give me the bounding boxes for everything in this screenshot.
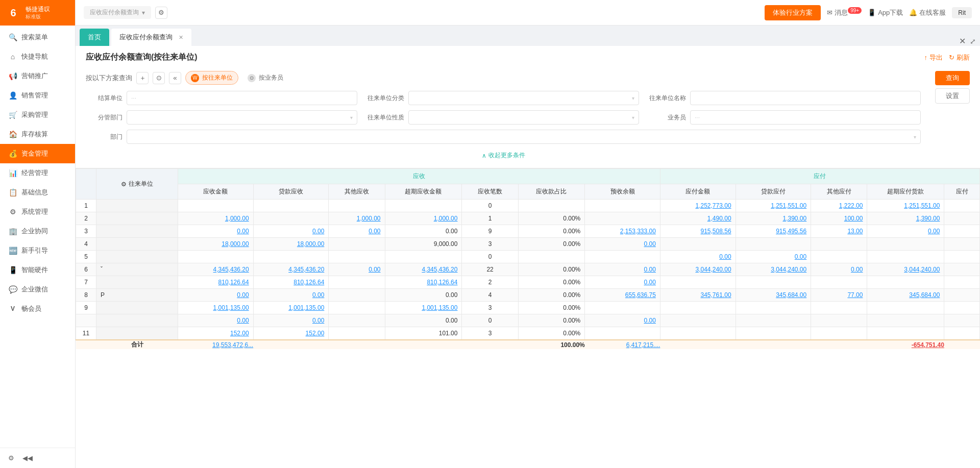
- sidebar-item-sales[interactable]: 👤 销售管理: [0, 86, 75, 105]
- row-9-ar-overdue[interactable]: 1,001,135.00: [385, 302, 462, 314]
- row-7-ar-other[interactable]: [329, 276, 385, 289]
- row-8-ap-loan[interactable]: 345,684.00: [736, 289, 811, 302]
- message-button[interactable]: ✉ 消息 99+: [827, 8, 862, 17]
- footer-ap-overdue[interactable]: -654,751.40: [867, 340, 944, 349]
- topbar-settings-icon[interactable]: ⚙: [155, 7, 167, 19]
- row-9-ar-amount[interactable]: 1,001,135.00: [178, 302, 254, 314]
- close-window-button[interactable]: ✕: [959, 36, 966, 46]
- row-5-ap-loan[interactable]: 0.00: [736, 251, 811, 263]
- row-3-ar-prepay[interactable]: 2,153,333.00: [585, 225, 660, 238]
- row-1-ap-amount[interactable]: 1,252,773.00: [660, 200, 736, 212]
- row-11-ar-loan[interactable]: 152.00: [253, 327, 329, 340]
- row-4-ap-amount[interactable]: [660, 238, 736, 251]
- setting-button[interactable]: 设置: [935, 88, 970, 104]
- row-5-ap-other[interactable]: [811, 251, 867, 263]
- row-2-ar-prepay[interactable]: [585, 212, 660, 225]
- row-8-ap-other[interactable]: 77.00: [811, 289, 867, 302]
- row-1-ar-amount[interactable]: [178, 200, 254, 212]
- row-3-ap-other[interactable]: 13.00: [811, 225, 867, 238]
- refresh-button[interactable]: ↻ 刷新: [949, 53, 970, 62]
- sidebar-item-hardware[interactable]: 📱 智能硬件: [0, 260, 75, 280]
- row-11-ar-amount[interactable]: 152.00: [178, 327, 254, 340]
- row-8-ap-overdue[interactable]: 345,684.00: [867, 289, 944, 302]
- row-1-ar-loan[interactable]: [253, 200, 329, 212]
- app-download-button[interactable]: 📱 App下载: [868, 8, 903, 17]
- row-6-ar-overdue[interactable]: 4,345,436.20: [385, 263, 462, 276]
- row-2-ap-other[interactable]: 100.00: [811, 212, 867, 225]
- row-9-ap-amount[interactable]: [660, 302, 736, 314]
- partner-category-input[interactable]: ▾: [408, 91, 639, 105]
- row-11-ap-loan[interactable]: [736, 327, 811, 340]
- row-3-ar-loan[interactable]: 0.00: [253, 225, 329, 238]
- row-2-ar-amount[interactable]: 1,000.00: [178, 212, 254, 225]
- row-5-ar-amount[interactable]: [178, 251, 254, 263]
- settings-footer-button[interactable]: ⚙: [8, 454, 14, 462]
- row-2-ar-loan[interactable]: [253, 212, 329, 225]
- dept-input[interactable]: ▾: [127, 130, 921, 144]
- tab-ar-ap[interactable]: 应收应付余额查询 ✕: [111, 29, 191, 46]
- row-4-ar-loan[interactable]: 18,000.00: [253, 238, 329, 251]
- sidebar-item-wechat[interactable]: 💬 企业微信: [0, 280, 75, 299]
- dept-head-input[interactable]: ▾: [127, 110, 357, 125]
- row-4-ar-amount[interactable]: 18,000.00: [178, 238, 254, 251]
- salesperson-input[interactable]: [690, 110, 921, 125]
- row-6-ap-overdue[interactable]: 3,044,240.00: [867, 263, 944, 276]
- row-10-ar-other[interactable]: [329, 314, 385, 327]
- row-2-ar-overdue[interactable]: 1,000.00: [385, 212, 462, 225]
- sidebar-item-search[interactable]: 🔍 搜索菜单: [0, 28, 75, 47]
- footer-ar-amount[interactable]: 19,553,472,6...: [178, 340, 254, 349]
- row-3-ar-other[interactable]: 0.00: [329, 225, 385, 238]
- footer-ar-prepay[interactable]: 6,417,215....: [585, 340, 660, 349]
- sidebar-item-enterprise[interactable]: 🏢 企业协同: [0, 221, 75, 241]
- row-2-ap-overdue[interactable]: 1,390.00: [867, 212, 944, 225]
- row-11-ar-other[interactable]: [329, 327, 385, 340]
- row-5-ar-prepay[interactable]: [585, 251, 660, 263]
- sidebar-item-purchase[interactable]: 🛒 采购管理: [0, 105, 75, 125]
- row-11-ap-amount[interactable]: [660, 327, 736, 340]
- row-1-ap-overdue[interactable]: 1,251,551.00: [867, 200, 944, 212]
- sidebar-item-marketing[interactable]: 📢 营销推广: [0, 66, 75, 86]
- row-1-ar-prepay[interactable]: [585, 200, 660, 212]
- row-6-ar-prepay[interactable]: 0.00: [585, 263, 660, 276]
- row-10-ar-loan[interactable]: 0.00: [253, 314, 329, 327]
- row-9-ar-other[interactable]: [329, 302, 385, 314]
- row-1-ap-loan[interactable]: 1,251,551.00: [736, 200, 811, 212]
- row-6-ar-other[interactable]: 0.00: [329, 263, 385, 276]
- row-5-ar-loan[interactable]: [253, 251, 329, 263]
- row-5-ap-amount[interactable]: 0.00: [660, 251, 736, 263]
- row-8-ap-amount[interactable]: 345,761.00: [660, 289, 736, 302]
- scheme-by-unit[interactable]: W 按往来单位: [185, 71, 238, 85]
- solution-button[interactable]: 体验行业方案: [765, 5, 821, 20]
- partner-nature-input[interactable]: ▾: [408, 110, 639, 125]
- collapse-filters-button[interactable]: ∧ 收起更多条件: [476, 149, 531, 162]
- row-8-ar-loan[interactable]: 0.00: [253, 289, 329, 302]
- row-11-ap-other[interactable]: [811, 327, 867, 340]
- sidebar-item-inventory[interactable]: 🏠 库存核算: [0, 125, 75, 144]
- row-11-ap-overdue[interactable]: [867, 327, 944, 340]
- row-10-ar-amount[interactable]: 0.00: [178, 314, 254, 327]
- row-1-ar-other[interactable]: [329, 200, 385, 212]
- collapse-sidebar-button[interactable]: ◀◀: [22, 454, 33, 462]
- row-9-ap-loan[interactable]: [736, 302, 811, 314]
- row-3-ap-overdue[interactable]: 0.00: [867, 225, 944, 238]
- row-7-ap-other[interactable]: [811, 276, 867, 289]
- row-10-ap-amount[interactable]: [660, 314, 736, 327]
- row-3-ap-amount[interactable]: 915,508.56: [660, 225, 736, 238]
- row-6-ar-amount[interactable]: 4,345,436.20: [178, 263, 254, 276]
- row-11-ar-prepay[interactable]: [585, 327, 660, 340]
- prev-scheme-button[interactable]: «: [169, 72, 181, 84]
- row-3-ap-loan[interactable]: 915,495.56: [736, 225, 811, 238]
- row-2-ap-loan[interactable]: 1,390.00: [736, 212, 811, 225]
- row-8-ar-amount[interactable]: 0.00: [178, 289, 254, 302]
- row-4-ap-loan[interactable]: [736, 238, 811, 251]
- row-3-ar-amount[interactable]: 0.00: [178, 225, 254, 238]
- row-9-ar-prepay[interactable]: [585, 302, 660, 314]
- user-avatar[interactable]: Rit: [952, 7, 972, 18]
- row-7-ar-amount[interactable]: 810,126.64: [178, 276, 254, 289]
- tab-home[interactable]: 首页: [80, 29, 109, 46]
- row-7-ap-amount[interactable]: [660, 276, 736, 289]
- row-10-ar-prepay[interactable]: 0.00: [585, 314, 660, 327]
- maximize-window-button[interactable]: ⤢: [970, 37, 976, 45]
- sidebar-item-vip[interactable]: V 畅会员: [0, 299, 75, 318]
- partner-name-input[interactable]: [690, 91, 921, 105]
